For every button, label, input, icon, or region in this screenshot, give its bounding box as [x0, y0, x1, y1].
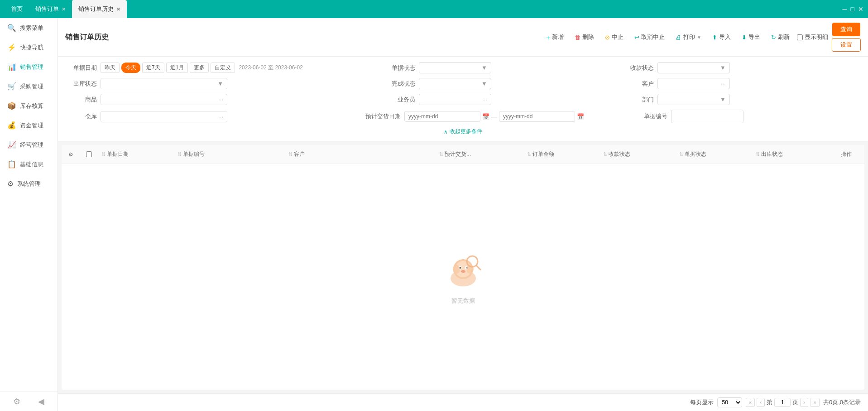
sidebar-label-sales-mgmt: 销售管理	[20, 63, 43, 71]
tab-home[interactable]: 首页	[5, 0, 29, 18]
col-settings[interactable]: ⚙	[62, 151, 80, 158]
window-close-icon[interactable]: ✕	[858, 5, 863, 13]
show-detail-checkbox-label[interactable]: 显示明细	[797, 33, 828, 41]
col-pay-sort-icon[interactable]: ⇅	[603, 151, 607, 157]
date-btn-custom[interactable]: 自定义	[211, 63, 235, 73]
sidebar-settings-icon[interactable]: ⚙	[13, 396, 20, 406]
print-button[interactable]: 🖨 打印 ▼	[672, 31, 705, 43]
delete-button[interactable]: 🗑 删除	[571, 31, 598, 43]
sidebar-item-sales-mgmt[interactable]: 📊 销售管理	[0, 57, 58, 77]
col-out-label: 出库状态	[761, 150, 783, 158]
col-customer-sort-icon[interactable]: ⇅	[288, 151, 293, 157]
minimize-icon[interactable]: ─	[843, 5, 847, 13]
complete-status-label: 完成状态	[384, 80, 415, 88]
show-detail-checkbox[interactable]	[797, 34, 803, 40]
page-size-select[interactable]: 50 10 20 100	[717, 397, 742, 407]
col-date-sort-icon[interactable]: ⇅	[101, 151, 106, 157]
purchase-mgmt-icon: 🛒	[7, 82, 16, 91]
col-doc-label: 单据状态	[685, 150, 706, 158]
setting-button[interactable]: 设置	[832, 38, 861, 52]
filter-row-3: 商品 ··· 业务员 ··· 部门 ▼	[65, 94, 861, 105]
date-btn-yesterday[interactable]: 昨天	[101, 63, 120, 73]
stop-icon: ⊘	[605, 34, 610, 41]
customer-dots: ···	[721, 80, 726, 87]
dept-select[interactable]: ▼	[657, 94, 730, 105]
tab-sales-history[interactable]: 销售订单历史 ✕	[72, 0, 127, 18]
show-detail-label: 显示明细	[805, 33, 828, 41]
date-btn-7days[interactable]: 近7天	[142, 63, 164, 73]
expected-date-start[interactable]	[404, 111, 480, 122]
first-page-button[interactable]: «	[746, 398, 755, 407]
date-btn-today[interactable]: 今天	[121, 63, 140, 73]
col-doc-sort-icon[interactable]: ⇅	[679, 151, 683, 157]
table-header: ⚙ ⇅ 单据日期 ⇅ 单据编号 ⇅ 客户 ⇅	[62, 145, 864, 164]
goods-input[interactable]: ···	[101, 94, 227, 105]
table-footer: 每页显示 50 10 20 100 « ‹ 第 页 › » 共0页,0条记录	[58, 393, 868, 411]
expected-date-end[interactable]	[499, 111, 575, 122]
sidebar-item-sys-mgmt[interactable]: ⚙ 系统管理	[0, 174, 58, 193]
filter-row-4: 仓库 ··· 预计交货日期 📅 — 📅 单据编号	[65, 110, 861, 123]
cancel-stop-button[interactable]: ↩ 取消中止	[631, 31, 668, 43]
refresh-button[interactable]: ↻ 刷新	[767, 31, 793, 43]
col-date: ⇅ 单据日期	[98, 150, 174, 158]
tab-sales-order[interactable]: 销售订单 ✕	[29, 0, 72, 18]
col-delivery-sort-icon[interactable]: ⇅	[439, 151, 443, 157]
col-amount-sort-icon[interactable]: ⇅	[527, 151, 531, 157]
import-button[interactable]: ⬆ 导入	[709, 31, 734, 43]
sidebar-label-purchase-mgmt: 采购管理	[20, 82, 43, 91]
sidebar-item-search-menu[interactable]: 🔍 搜索菜单	[0, 18, 58, 38]
select-all-checkbox[interactable]	[86, 151, 92, 157]
col-out-sort-icon[interactable]: ⇅	[756, 151, 760, 157]
calendar-end-icon[interactable]: 📅	[577, 113, 584, 120]
cancel-stop-label: 取消中止	[641, 33, 665, 41]
export-button[interactable]: ⬇ 导出	[738, 31, 764, 43]
date-btn-more[interactable]: 更多	[190, 63, 209, 73]
customer-input[interactable]: ···	[657, 78, 730, 89]
sidebar-item-quick-nav[interactable]: ⚡ 快捷导航	[0, 38, 58, 57]
import-icon: ⬆	[712, 34, 717, 41]
out-status-select[interactable]: ▼	[101, 78, 227, 89]
doc-no-input[interactable]	[671, 110, 743, 123]
complete-status-select[interactable]: ▼	[419, 78, 491, 89]
tab-sales-history-close[interactable]: ✕	[116, 6, 120, 12]
doc-status-select[interactable]: ▼	[419, 62, 491, 73]
delete-icon: 🗑	[575, 34, 580, 41]
salesman-input[interactable]: ···	[419, 94, 491, 105]
collapse-button[interactable]: ∧ 收起更多条件	[444, 128, 482, 135]
filter-row-1: 单据日期 昨天 今天 近7天 近1月 更多 自定义 2023-06-02 至 2…	[65, 62, 861, 73]
sidebar-item-ops-mgmt[interactable]: 📈 经营管理	[0, 135, 58, 155]
col-out-status: ⇅ 出库状态	[752, 150, 828, 158]
calendar-start-icon[interactable]: 📅	[482, 113, 489, 120]
sidebar-item-base-info[interactable]: 📋 基础信息	[0, 155, 58, 174]
next-page-button[interactable]: ›	[800, 398, 808, 407]
import-label: 导入	[719, 33, 731, 41]
sidebar-label-quick-nav: 快捷导航	[20, 44, 43, 52]
cancel-stop-icon: ↩	[634, 34, 639, 41]
current-page-input[interactable]	[774, 398, 791, 407]
print-label: 打印	[683, 33, 695, 41]
sidebar-item-purchase-mgmt[interactable]: 🛒 采购管理	[0, 77, 58, 96]
sidebar-item-inventory-check[interactable]: 📦 库存核算	[0, 96, 58, 116]
salesman-label: 业务员	[384, 96, 415, 104]
search-menu-icon: 🔍	[7, 24, 16, 32]
query-button[interactable]: 查询	[832, 23, 860, 36]
pay-status-arrow-icon: ▼	[720, 64, 726, 71]
top-bar: 首页 销售订单 ✕ 销售订单历史 ✕ ─ □ ✕	[0, 0, 868, 18]
new-button[interactable]: + 新增	[542, 31, 567, 43]
tab-sales-order-close[interactable]: ✕	[62, 6, 66, 12]
prev-page-button[interactable]: ‹	[757, 398, 765, 407]
sidebar-item-capital-mgmt[interactable]: 💰 资金管理	[0, 116, 58, 135]
export-label: 导出	[748, 33, 760, 41]
col-no-sort-icon[interactable]: ⇅	[177, 151, 182, 157]
date-btn-1month[interactable]: 近1月	[166, 63, 188, 73]
sidebar-collapse-icon[interactable]: ◀	[38, 396, 44, 406]
col-check[interactable]	[80, 151, 98, 157]
col-action-label: 操作	[841, 150, 852, 158]
doc-no-label: 单据编号	[636, 112, 667, 121]
svg-point-7	[461, 270, 465, 273]
stop-button[interactable]: ⊘ 中止	[601, 31, 627, 43]
warehouse-input[interactable]: ···	[101, 111, 227, 122]
pay-status-select[interactable]: ▼	[657, 62, 730, 73]
maximize-icon[interactable]: □	[851, 5, 854, 13]
last-page-button[interactable]: »	[810, 398, 820, 407]
